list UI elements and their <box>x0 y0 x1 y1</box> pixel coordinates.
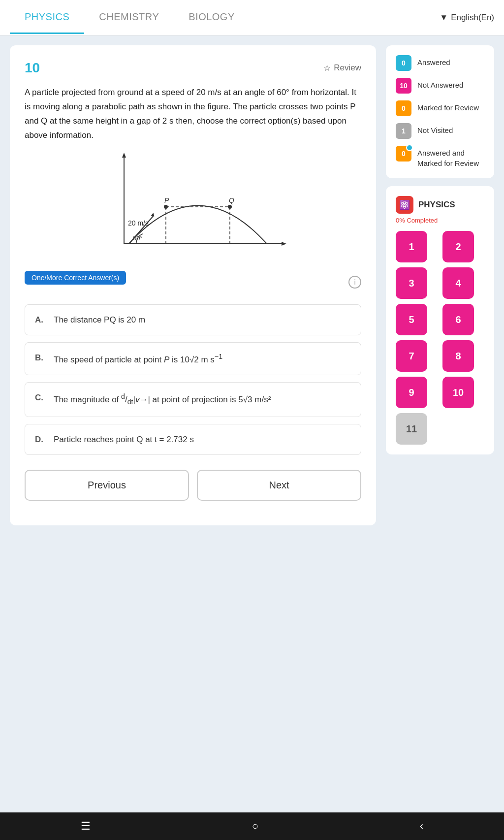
not-answered-badge: 10 <box>396 78 411 94</box>
subject-card: ⚛️ PHYSICS 0% Completed 1 2 3 4 5 6 7 8 … <box>386 186 494 454</box>
option-d[interactable]: D. Particle reaches point Q at t = 2.732… <box>25 424 361 455</box>
q-btn-2[interactable]: 2 <box>442 231 474 262</box>
main-layout: 10 ☆ Review A particle projected from gr… <box>0 35 504 535</box>
answer-type-badge: One/More Correct Answer(s) <box>25 271 126 285</box>
q-btn-7[interactable]: 7 <box>396 340 427 372</box>
review-button[interactable]: ☆ Review <box>323 63 361 73</box>
tab-chemistry[interactable]: CHEMISTRY <box>84 1 174 34</box>
legend-not-answered: 10 Not Answered <box>396 78 484 94</box>
svg-marker-3 <box>122 153 126 158</box>
top-navigation: PHYSICS CHEMISTRY BIOLOGY ▼ English(En) <box>0 0 504 35</box>
marked-review-label: Marked for Review <box>417 100 479 113</box>
subject-header: ⚛️ PHYSICS <box>396 196 484 214</box>
tab-biology[interactable]: BIOLOGY <box>174 1 250 34</box>
q-btn-11[interactable]: 11 <box>396 413 427 445</box>
answered-marked-label: Answered and Marked for Review <box>417 146 484 168</box>
option-c-text: The magnitude of d/dt|v→| at point of pr… <box>54 391 271 407</box>
option-b[interactable]: B. The speed of particle at point P is 1… <box>25 342 361 375</box>
q-btn-9[interactable]: 9 <box>396 377 427 408</box>
q-btn-6[interactable]: 6 <box>442 304 474 335</box>
legend-answered-marked: 0 Answered and Marked for Review <box>396 146 484 168</box>
not-visited-label: Not Visited <box>417 123 453 135</box>
svg-marker-1 <box>282 242 286 246</box>
next-button[interactable]: Next <box>197 470 361 501</box>
answer-type-row: One/More Correct Answer(s) i <box>25 271 361 294</box>
not-answered-label: Not Answered <box>417 78 463 90</box>
language-selector[interactable]: ▼ English(En) <box>440 13 494 23</box>
option-a-text: The distance PQ is 20 m <box>54 314 145 326</box>
subject-name: PHYSICS <box>418 200 455 210</box>
q-btn-4[interactable]: 4 <box>442 267 474 299</box>
legend-marked-review: 0 Marked for Review <box>396 100 484 116</box>
question-header: 10 ☆ Review <box>25 60 361 76</box>
chevron-down-icon: ▼ <box>440 13 448 23</box>
previous-button[interactable]: Previous <box>25 470 189 501</box>
answered-label: Answered <box>417 55 450 67</box>
legend-card: 0 Answered 10 Not Answered 0 Marked for … <box>386 45 494 178</box>
svg-text:P: P <box>164 196 169 204</box>
star-icon: ☆ <box>323 63 331 73</box>
diagram-container: P Q 20 m/s 60° <box>25 153 361 261</box>
svg-text:Q: Q <box>229 196 234 204</box>
nav-buttons: Previous Next <box>25 455 361 511</box>
answered-badge: 0 <box>396 55 411 71</box>
bottom-navigation-bar: ☰ ○ ‹ <box>0 812 504 840</box>
subject-tabs: PHYSICS CHEMISTRY BIOLOGY <box>10 1 440 34</box>
info-icon[interactable]: i <box>348 276 361 289</box>
option-b-text: The speed of particle at point P is 10√2… <box>54 352 222 366</box>
marked-review-badge: 0 <box>396 100 411 116</box>
legend-not-visited: 1 Not Visited <box>396 123 484 139</box>
sidebar: 0 Answered 10 Not Answered 0 Marked for … <box>386 45 494 454</box>
menu-icon[interactable]: ☰ <box>81 820 91 833</box>
question-number: 10 <box>25 60 40 76</box>
question-text: A particle projected from ground at a sp… <box>25 86 361 143</box>
option-a[interactable]: A. The distance PQ is 20 m <box>25 304 361 336</box>
answered-marked-badge: 0 <box>396 146 411 162</box>
q-btn-1[interactable]: 1 <box>396 231 427 262</box>
svg-text:20 m/s: 20 m/s <box>128 219 149 227</box>
physics-icon: ⚛️ <box>396 196 413 214</box>
q-btn-3[interactable]: 3 <box>396 267 427 299</box>
legend-answered: 0 Answered <box>396 55 484 71</box>
option-c-label: C. <box>35 391 47 404</box>
q-btn-8[interactable]: 8 <box>442 340 474 372</box>
not-visited-badge: 1 <box>396 123 411 139</box>
option-c[interactable]: C. The magnitude of d/dt|v→| at point of… <box>25 382 361 417</box>
option-d-label: D. <box>35 433 47 446</box>
option-d-text: Particle reaches point Q at t = 2.732 s <box>54 433 194 446</box>
trajectory-diagram: P Q 20 m/s 60° <box>99 153 286 261</box>
q-btn-10[interactable]: 10 <box>442 377 474 408</box>
question-panel: 10 ☆ Review A particle projected from gr… <box>10 45 376 525</box>
progress-text: 0% Completed <box>396 217 484 224</box>
home-icon[interactable]: ○ <box>252 820 258 833</box>
tab-physics[interactable]: PHYSICS <box>10 1 84 34</box>
option-a-label: A. <box>35 314 47 326</box>
back-icon[interactable]: ‹ <box>420 820 423 833</box>
options-list: A. The distance PQ is 20 m B. The speed … <box>25 304 361 455</box>
option-b-label: B. <box>35 352 47 364</box>
svg-marker-12 <box>151 213 156 218</box>
question-grid: 1 2 3 4 5 6 7 8 9 10 11 <box>396 231 484 445</box>
q-btn-5[interactable]: 5 <box>396 304 427 335</box>
svg-text:60°: 60° <box>133 234 143 242</box>
